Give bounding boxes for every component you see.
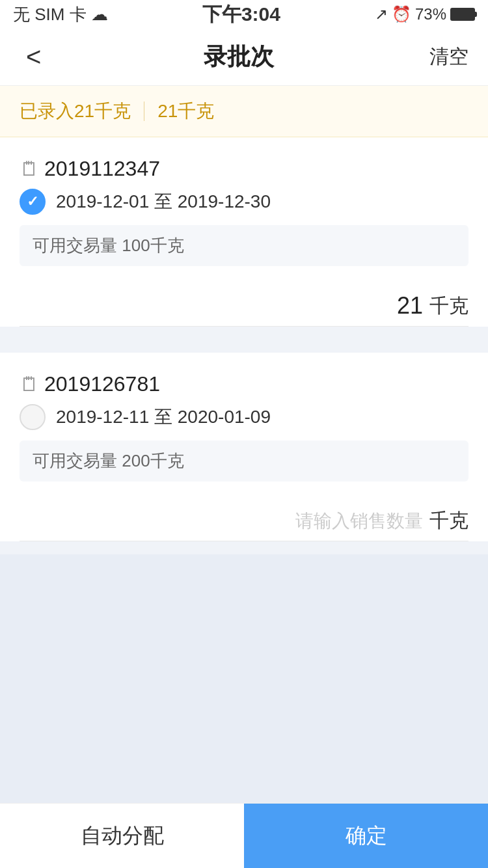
batch-id-2: 2019126781 bbox=[44, 372, 160, 396]
status-time: 下午3:04 bbox=[202, 1, 280, 28]
batch-availability-2: 可用交易量 200千克 bbox=[20, 441, 468, 481]
sim-label: 无 SIM 卡 ☁ bbox=[13, 3, 108, 26]
batch-date-2: 2019-12-11 至 2020-01-09 bbox=[56, 405, 271, 429]
status-left: 无 SIM 卡 ☁ bbox=[13, 3, 108, 26]
clear-button[interactable]: 清空 bbox=[429, 44, 468, 70]
doc-icon-2: 🗒 bbox=[20, 373, 39, 396]
radio-1[interactable] bbox=[20, 189, 46, 215]
batch-date-1: 2019-12-01 至 2019-12-30 bbox=[56, 189, 271, 214]
location-icon: ↗ bbox=[375, 5, 388, 23]
recorded-amount: 已录入21千克 bbox=[20, 99, 131, 124]
batch-id-1: 2019112347 bbox=[44, 157, 160, 181]
info-banner: 已录入21千克 21千克 bbox=[0, 86, 488, 137]
page-title: 录批次 bbox=[204, 41, 274, 73]
alarm-icon: ⏰ bbox=[392, 5, 411, 23]
info-divider bbox=[144, 102, 144, 121]
quantity-divider-1 bbox=[20, 326, 468, 327]
quantity-placeholder-2: 请输入销售数量 bbox=[20, 509, 423, 534]
back-button[interactable]: < bbox=[20, 36, 47, 78]
nav-bar: < 录批次 清空 bbox=[0, 29, 488, 86]
battery-percent: 73% bbox=[415, 5, 446, 23]
status-right: ↗ ⏰ 73% bbox=[375, 5, 475, 23]
batch-availability-1: 可用交易量 100千克 bbox=[20, 225, 468, 266]
quantity-input-1[interactable] bbox=[358, 292, 423, 319]
confirm-button[interactable]: 确定 bbox=[244, 804, 488, 868]
doc-icon-1: 🗒 bbox=[20, 158, 39, 180]
battery-icon bbox=[450, 8, 475, 21]
batch-card-2: 🗒 2019126781 2019-12-11 至 2020-01-09 可用交… bbox=[0, 353, 488, 541]
bottom-buttons: 自动分配 确定 bbox=[0, 803, 488, 868]
quantity-row-1: 千克 bbox=[0, 279, 488, 326]
quantity-unit-1: 千克 bbox=[429, 293, 468, 319]
batch-date-row-1: 2019-12-01 至 2019-12-30 bbox=[20, 189, 468, 215]
total-amount: 21千克 bbox=[157, 99, 214, 124]
batch-card-1: 🗒 2019112347 2019-12-01 至 2019-12-30 可用交… bbox=[0, 137, 488, 327]
section-divider bbox=[0, 340, 488, 353]
quantity-row-2: 请输入销售数量 千克 bbox=[0, 495, 488, 541]
batch-header-1: 🗒 2019112347 bbox=[20, 157, 468, 181]
quantity-unit-2: 千克 bbox=[429, 508, 468, 534]
empty-area bbox=[0, 554, 488, 815]
radio-2[interactable] bbox=[20, 404, 46, 430]
batch-date-row-2: 2019-12-11 至 2020-01-09 bbox=[20, 404, 468, 430]
auto-distribute-button[interactable]: 自动分配 bbox=[0, 804, 244, 868]
batch-header-2: 🗒 2019126781 bbox=[20, 372, 468, 396]
quantity-divider-2 bbox=[20, 541, 468, 541]
status-bar: 无 SIM 卡 ☁ 下午3:04 ↗ ⏰ 73% bbox=[0, 0, 488, 29]
